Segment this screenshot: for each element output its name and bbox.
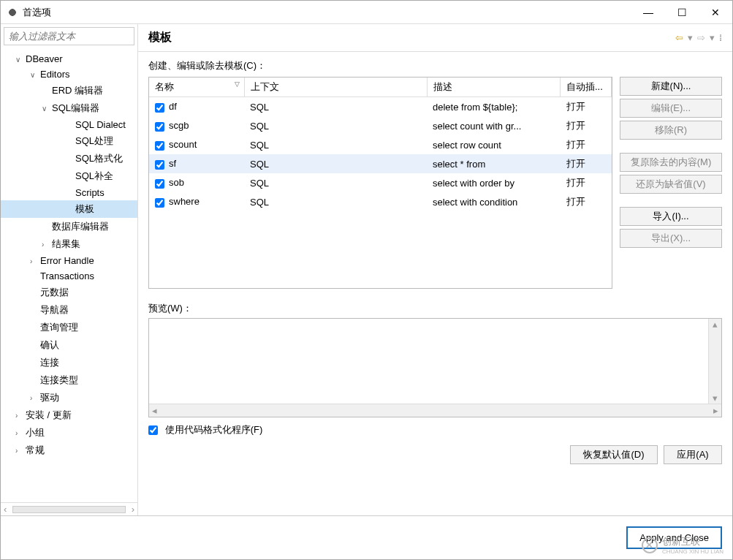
tree-item[interactable]: ›Error Handle	[1, 253, 137, 268]
apply-and-close-button[interactable]: Apply and Close	[626, 526, 722, 549]
tree-item[interactable]: ›小组	[1, 424, 137, 442]
col-context[interactable]: 上下文	[244, 77, 427, 97]
row-checkbox[interactable]	[155, 122, 164, 132]
col-name[interactable]: 名称▽	[149, 77, 244, 97]
preview-label: 预览(W)：	[148, 302, 722, 315]
row-checkbox[interactable]	[155, 103, 164, 113]
tree-item[interactable]: 导航器	[1, 301, 137, 319]
tree-item[interactable]: 元数据	[1, 284, 137, 301]
minimize-button[interactable]: ―	[631, 1, 665, 24]
back-menu-icon[interactable]: ▾	[688, 32, 693, 43]
preview-area[interactable]: ▴▾ ◂▸	[148, 318, 722, 417]
col-desc[interactable]: 描述	[427, 77, 561, 97]
table-row[interactable]: scgbSQLselect count with gr...打开	[149, 116, 612, 135]
close-button[interactable]: ✕	[699, 1, 732, 24]
tree-item[interactable]: ›安装 / 更新	[1, 406, 137, 424]
app-icon	[7, 7, 18, 18]
row-checkbox[interactable]	[155, 198, 164, 208]
window-title: 首选项	[23, 6, 631, 19]
tree-item[interactable]: SQL处理	[1, 132, 137, 150]
back-icon[interactable]: ⇦	[675, 32, 683, 43]
tree-item[interactable]: ›常规	[1, 442, 137, 459]
table-row[interactable]: dfSQLdelete from ${table};打开	[149, 97, 612, 117]
titlebar: 首选项 ― ☐ ✕	[1, 1, 732, 24]
row-checkbox[interactable]	[155, 141, 164, 151]
filter-input[interactable]	[4, 27, 134, 45]
preview-hscroll[interactable]: ◂▸	[149, 404, 721, 417]
forward-menu-icon[interactable]: ▾	[710, 32, 715, 43]
col-auto[interactable]: 自动插...	[561, 77, 612, 97]
menu-icon[interactable]: ⁞	[719, 32, 722, 43]
page-title: 模板	[148, 30, 675, 45]
formatter-checkbox[interactable]: 使用代码格式化程序(F)	[148, 424, 262, 435]
tree-item[interactable]: 模板	[1, 200, 137, 218]
sidebar: ∨DBeaver∨EditorsERD 编辑器∨SQL编辑器SQL Dialec…	[1, 24, 138, 515]
tree-item[interactable]: ∨Editors	[1, 67, 137, 82]
tree-item[interactable]: SQL Dialect	[1, 117, 137, 132]
tree-item[interactable]: 查询管理	[1, 319, 137, 336]
apply-button[interactable]: 应用(A)	[664, 445, 722, 464]
tree-item[interactable]: SQL格式化	[1, 150, 137, 167]
section-label: 创建、编辑或除去模板(C)：	[148, 59, 722, 72]
table-row[interactable]: swhereSQLselect with condition打开	[149, 192, 612, 211]
formatter-checkbox-input[interactable]	[148, 425, 158, 435]
import-button[interactable]: 导入(I)...	[620, 207, 722, 226]
edit-button[interactable]: 编辑(E)...	[620, 99, 722, 118]
tree-item[interactable]: Scripts	[1, 185, 137, 200]
restore-defaults-button[interactable]: 恢复默认值(D)	[570, 445, 658, 464]
tree-item[interactable]: 连接	[1, 354, 137, 371]
row-checkbox[interactable]	[155, 179, 164, 189]
tree-item[interactable]: Transactions	[1, 268, 137, 284]
remove-button[interactable]: 移除(R)	[620, 121, 722, 140]
export-button[interactable]: 导出(X)...	[620, 229, 722, 248]
table-row[interactable]: scountSQLselect row count打开	[149, 135, 612, 154]
tree: ∨DBeaver∨EditorsERD 编辑器∨SQL编辑器SQL Dialec…	[1, 48, 137, 502]
tree-item[interactable]: 数据库编辑器	[1, 218, 137, 235]
maximize-button[interactable]: ☐	[665, 1, 699, 24]
tree-item[interactable]: ∨SQL编辑器	[1, 99, 137, 117]
new-button[interactable]: 新建(N)...	[620, 77, 722, 96]
tree-item[interactable]: SQL补全	[1, 167, 137, 185]
tree-item[interactable]: ∨DBeaver	[1, 51, 137, 67]
tree-item[interactable]: ›结果集	[1, 235, 137, 253]
tree-item[interactable]: 连接类型	[1, 371, 137, 389]
tree-item[interactable]: ERD 编辑器	[1, 82, 137, 99]
sidebar-scrollbar[interactable]: ‹›	[1, 502, 137, 515]
table-row[interactable]: sobSQLselect with order by打开	[149, 173, 612, 192]
forward-icon[interactable]: ⇨	[697, 32, 705, 43]
row-checkbox[interactable]	[155, 160, 164, 170]
revert-button[interactable]: 还原为缺省值(V)	[620, 175, 722, 194]
preview-vscroll[interactable]: ▴▾	[708, 319, 721, 404]
table-row[interactable]: sfSQLselect * from打开	[149, 154, 612, 173]
restore-removed-button[interactable]: 复原除去的内容(M)	[620, 153, 722, 172]
tree-item[interactable]: ›驱动	[1, 389, 137, 406]
tree-item[interactable]: 确认	[1, 336, 137, 354]
templates-table[interactable]: 名称▽ 上下文 描述 自动插... dfSQLdelete from ${tab…	[148, 77, 612, 289]
